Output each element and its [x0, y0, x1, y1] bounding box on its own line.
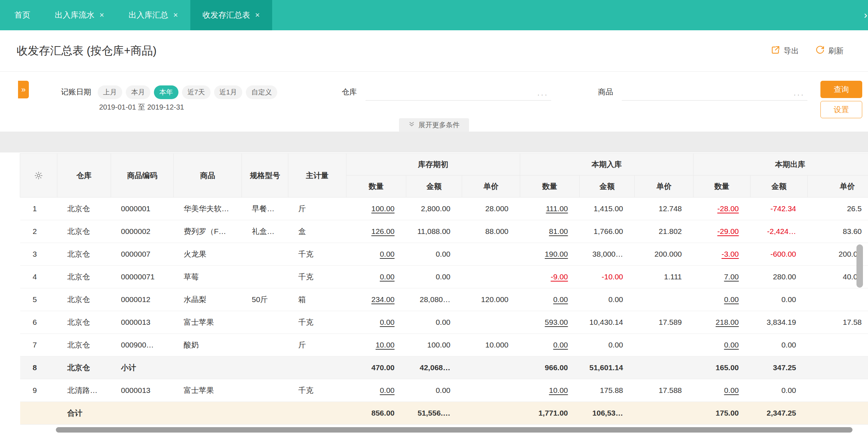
quantity-drilldown-link[interactable]: 0.00	[380, 318, 395, 326]
cell-value: 0.00	[608, 341, 623, 349]
numeric-cell: -9.00	[520, 266, 580, 288]
product-cell: 草莓	[174, 266, 242, 288]
tab-label: 出入库汇总	[129, 10, 168, 21]
product-input[interactable]: ···	[622, 85, 807, 101]
quantity-drilldown-link[interactable]: 126.00	[371, 227, 394, 235]
quantity-drilldown-link[interactable]: 0.00	[553, 341, 568, 349]
quantity-drilldown-link[interactable]: 7.00	[724, 273, 739, 281]
cell-value: 165.00	[716, 363, 739, 372]
cell-value: 51,556.…	[417, 409, 450, 417]
numeric-cell: 17.588	[635, 379, 694, 402]
column-header-仓库: 仓库	[57, 154, 111, 198]
unit-cell: 斤	[288, 334, 346, 356]
date-pill-近7天[interactable]: 近7天	[182, 85, 211, 99]
vertical-scrollbar-thumb[interactable]	[856, 244, 863, 288]
cell-value: 0.00	[781, 295, 796, 304]
spec-cell	[242, 379, 288, 402]
cell-value: 0.00	[436, 250, 451, 258]
quantity-drilldown-link[interactable]: 0.00	[724, 341, 739, 349]
quantity-drilldown-link[interactable]: -9.00	[551, 273, 568, 281]
tab-首页[interactable]: 首页	[2, 0, 43, 30]
table-row[interactable]: 3北京仓0000007火龙果千克0.000.00190.0038,000…200…	[20, 243, 868, 266]
quantity-drilldown-link[interactable]: 0.00	[380, 386, 395, 394]
tab-收发存汇总表[interactable]: 收发存汇总表×	[190, 0, 272, 30]
tab-出入库汇总[interactable]: 出入库汇总×	[116, 0, 190, 30]
quantity-drilldown-link[interactable]: 0.00	[380, 273, 395, 281]
numeric-cell: 111.00	[520, 198, 580, 220]
numeric-cell: 347.25	[750, 356, 808, 379]
quantity-drilldown-link[interactable]: 10.00	[376, 341, 395, 349]
table-row[interactable]: 5北京仓0000012水晶梨50斤箱234.0028,080…120.0000.…	[20, 288, 868, 311]
unit-cell: 千克	[288, 311, 346, 334]
date-pill-上月[interactable]: 上月	[98, 85, 122, 99]
cell-value: 10,430.14	[589, 318, 623, 326]
cell-value: 0.00	[608, 295, 623, 304]
quantity-drilldown-link[interactable]: 0.00	[724, 295, 739, 304]
quantity-drilldown-link[interactable]: 218.00	[716, 318, 739, 326]
horizontal-scrollbar-thumb[interactable]	[56, 427, 852, 433]
quantity-drilldown-link[interactable]: 81.00	[549, 227, 568, 235]
settings-button[interactable]: 设置	[820, 101, 862, 118]
numeric-cell	[462, 311, 520, 334]
date-range-value[interactable]: 2019-01-01 至 2019-12-31	[98, 102, 277, 112]
quantity-drilldown-link[interactable]: 111.00	[546, 204, 568, 213]
warehouse-input[interactable]: ···	[366, 85, 551, 101]
quantity-drilldown-link[interactable]: 593.00	[545, 318, 568, 326]
tab-overflow-arrow-icon[interactable]: ›	[864, 0, 867, 30]
quantity-drilldown-link[interactable]: 100.00	[371, 204, 394, 213]
spec-cell: 早餐…	[242, 198, 288, 220]
quantity-drilldown-link[interactable]: 10.00	[549, 386, 568, 394]
table-row[interactable]: 1北京仓0000001华美华夫软…早餐…斤100.002,800.0028.00…	[20, 198, 868, 220]
product-cell: 水晶梨	[174, 288, 242, 311]
numeric-cell: 190.00	[520, 243, 580, 266]
table-row[interactable]: 7北京仓000900…酸奶斤10.00100.0010.0000.000.000…	[20, 334, 868, 356]
tab-close-icon[interactable]: ×	[255, 10, 260, 20]
quantity-drilldown-link[interactable]: -3.00	[722, 250, 739, 258]
numeric-cell: 17.58	[808, 311, 868, 334]
spec-cell: 50斤	[242, 288, 288, 311]
date-pill-本月[interactable]: 本月	[126, 85, 150, 99]
tab-出入库流水[interactable]: 出入库流水×	[43, 0, 116, 30]
date-pill-本年[interactable]: 本年	[154, 85, 178, 99]
seq-cell: 5	[20, 288, 57, 311]
unit-cell: 斤	[288, 198, 346, 220]
collapse-filters-button[interactable]: »	[18, 81, 29, 98]
product-cell: 火龙果	[174, 243, 242, 266]
refresh-button[interactable]: 刷新	[815, 45, 843, 57]
numeric-cell: 0.00	[580, 288, 635, 311]
quantity-drilldown-link[interactable]: 0.00	[724, 386, 739, 394]
cell-value: 175.88	[600, 386, 623, 394]
tab-close-icon[interactable]: ×	[173, 10, 178, 20]
date-label: 记账日期	[61, 85, 91, 112]
quantity-drilldown-link[interactable]: 0.00	[380, 250, 395, 258]
spec-cell: 礼盒…	[242, 220, 288, 243]
product-picker-dots-icon[interactable]: ···	[793, 90, 805, 99]
quantity-drilldown-link[interactable]: 190.00	[545, 250, 568, 258]
cell-value: 26.5	[847, 204, 862, 213]
seq-cell: 1	[20, 198, 57, 220]
quantity-drilldown-link[interactable]: 0.00	[553, 295, 568, 304]
cell-value: 1,771.00	[539, 409, 568, 417]
quantity-drilldown-link[interactable]: -29.00	[717, 227, 739, 235]
quantity-drilldown-link[interactable]: 234.00	[371, 295, 394, 304]
table-row[interactable]: 4北京仓00000071草莓千克0.000.00-9.00-10.001.111…	[20, 266, 868, 288]
column-settings-gear-icon[interactable]	[20, 154, 57, 198]
product-cell: 富士苹果	[174, 379, 242, 402]
numeric-cell: 0.00	[580, 334, 635, 356]
subtotal-row[interactable]: 8北京仓小计470.0042,068…966.0051,601.14165.00…	[20, 356, 868, 379]
column-subheader-单价: 单价	[808, 176, 868, 198]
export-button[interactable]: 导出	[771, 45, 799, 57]
table-row[interactable]: 9北清路…0000013富士苹果千克0.000.0010.00175.8817.…	[20, 379, 868, 402]
quantity-drilldown-link[interactable]: -28.00	[717, 204, 739, 213]
tab-close-icon[interactable]: ×	[99, 10, 104, 20]
table-row[interactable]: 6北京仓0000013富士苹果千克0.000.00593.0010,430.14…	[20, 311, 868, 334]
table-row[interactable]: 2北京仓0000002费列罗（F…礼盒…盒126.0011,088.0088.0…	[20, 220, 868, 243]
warehouse-picker-dots-icon[interactable]: ···	[537, 90, 548, 99]
expand-more-button[interactable]: 展开更多条件	[399, 118, 469, 132]
cell-value: 966.00	[545, 363, 568, 372]
numeric-cell: 0.00	[520, 288, 580, 311]
numeric-cell	[462, 356, 520, 379]
date-pill-近1月[interactable]: 近1月	[214, 85, 243, 99]
query-button[interactable]: 查询	[820, 81, 862, 98]
date-pill-自定义[interactable]: 自定义	[246, 85, 277, 99]
